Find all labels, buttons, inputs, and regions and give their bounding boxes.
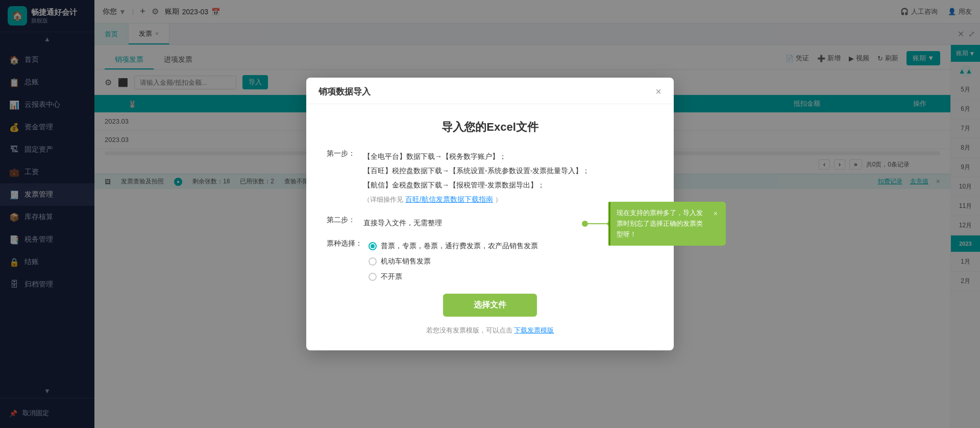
radio-item-normal[interactable]: 普票，专票，卷票，通行费发票，农产品销售发票 xyxy=(369,242,538,251)
modal-title: 销项数据导入 xyxy=(318,86,371,98)
modal-step1: 第一步： 【全电平台】数据下载→【税务数字账户】； 【百旺】税控盘数据下载→【系… xyxy=(327,149,653,206)
tooltip-anchor-dot xyxy=(582,221,588,227)
tooltip-container: × 现在支持的票种多了，导入发票时别忘了选择正确的发票类型呀！ xyxy=(582,202,726,246)
modal-heading: 导入您的Excel文件 xyxy=(327,120,653,135)
step1-note-end: ） xyxy=(495,196,502,203)
radio-label-motor: 机动车销售发票 xyxy=(381,257,431,266)
footer-text: 若您没有发票模版，可以点击 xyxy=(426,326,512,334)
step1-line3: 【航信】金税盘数据下载→【报税管理-发票数据导出】； xyxy=(363,178,590,192)
radio-inner-normal xyxy=(371,244,375,248)
step1-note: （详细操作见 百旺/航信发票数据下载指南 ） xyxy=(363,192,590,206)
step2-content: 直接导入文件，无需整理 xyxy=(363,216,442,230)
step1-line2: 【百旺】税控盘数据下载→【系统设置-系统参数设置-发票批量导入】； xyxy=(363,163,590,178)
step1-line1: 【全电平台】数据下载→【税务数字账户】； xyxy=(363,149,590,163)
radio-group: 普票，专票，卷票，通行费发票，农产品销售发票 机动车销售发票 不开票 xyxy=(369,242,538,281)
step1-label: 第一步： xyxy=(327,149,357,158)
modal-footer: 若您没有发票模版，可以点击 下载发票模版 xyxy=(327,326,653,335)
radio-label-none: 不开票 xyxy=(381,272,402,281)
step1-note-text: （详细操作见 xyxy=(363,196,403,203)
radio-item-motor[interactable]: 机动车销售发票 xyxy=(369,257,538,266)
select-file-button[interactable]: 选择文件 xyxy=(443,294,537,317)
ticket-label: 票种选择： xyxy=(327,239,362,248)
radio-label-normal: 普票，专票，卷票，通行费发票，农产品销售发票 xyxy=(381,242,538,251)
tooltip-accent-bar xyxy=(608,202,610,246)
step1-guide-link[interactable]: 百旺/航信发票数据下载指南 xyxy=(405,195,493,203)
tooltip-text: 现在支持的票种多了，导入发票时别忘了选择正确的发票类型呀！ xyxy=(617,208,709,240)
step1-content: 【全电平台】数据下载→【税务数字账户】； 【百旺】税控盘数据下载→【系统设置-系… xyxy=(363,149,590,206)
modal-overlay[interactable]: 销项数据导入 × 导入您的Excel文件 第一步： 【全电平台】数据下载→【税务… xyxy=(0,0,980,428)
download-template-link[interactable]: 下载发票模版 xyxy=(514,326,554,334)
tooltip-bubble: × 现在支持的票种多了，导入发票时别忘了选择正确的发票类型呀！ xyxy=(608,202,726,246)
modal-header: 销项数据导入 × xyxy=(306,78,674,104)
radio-circle-normal[interactable] xyxy=(369,242,377,250)
modal-close-button[interactable]: × xyxy=(655,86,662,98)
step2-label: 第二步： xyxy=(327,216,357,225)
radio-item-none[interactable]: 不开票 xyxy=(369,272,538,281)
radio-circle-motor[interactable] xyxy=(369,257,377,266)
radio-circle-none[interactable] xyxy=(369,273,377,281)
tooltip-close-btn[interactable]: × xyxy=(714,208,718,219)
